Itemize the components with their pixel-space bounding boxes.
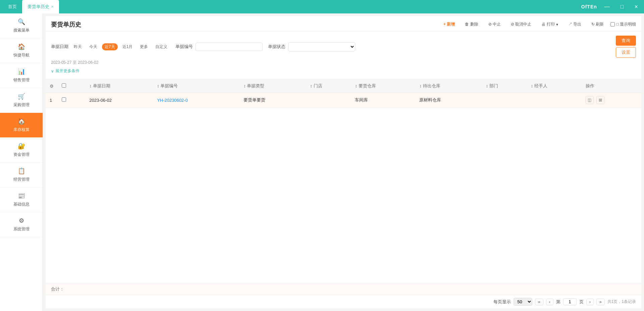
close-tab-icon[interactable]: × (51, 4, 54, 9)
status-filter-label: 单据状态 (268, 44, 285, 50)
docno-filter-group: 单据编号 (175, 43, 263, 51)
first-page-btn[interactable]: « (535, 299, 543, 305)
sys-mgmt-icon: ⚙ (19, 217, 24, 224)
table-footer: 合计： (46, 283, 641, 295)
finance-icon: 🔐 (18, 142, 25, 150)
settings-col-header[interactable]: ⚙ (46, 80, 58, 93)
doc-date-col-header[interactable]: ↕ 单据日期 (85, 80, 153, 93)
new-btn[interactable]: + 新增 (440, 20, 458, 29)
row-doc-date: 2023-06-02 (85, 93, 153, 108)
table-container: ⚙ ↕ 单据日期 ↕ 单据编号 ↕ (46, 80, 641, 283)
date-shortcut-custom[interactable]: 自定义 (153, 43, 170, 50)
row-handler (527, 93, 582, 108)
top-bar: 首页 要货单历史 × OfTEn — □ × (0, 0, 644, 13)
window-min-btn[interactable]: — (601, 2, 613, 11)
row-doc-no: YH-20230602-0 (153, 93, 239, 108)
refresh-btn[interactable]: ↻ 刷新 (588, 20, 607, 29)
sidebar-item-basic-info[interactable]: 📰 基础信息 (0, 187, 43, 212)
page-size-label: 每页显示 (493, 299, 511, 305)
toolbar: + 新增 🗑 删除 ⊘ 中止 ⊘ 取消中止 🖨 打印 ▾ (440, 20, 636, 29)
row-req-warehouse: 车间库 (351, 93, 415, 108)
window-close-btn[interactable]: × (631, 2, 641, 12)
footer-label: 合计： (51, 286, 64, 292)
purchase-icon: 🛒 (18, 93, 25, 100)
handler-col-header[interactable]: ↕ 经手人 (527, 80, 582, 93)
next-page-btn[interactable]: › (586, 299, 594, 305)
pagination-bar: 每页显示 50 10 20 100 « ‹ 第 页 › » 共1页，1条记录 (46, 295, 641, 308)
content-area: 要货单历史 + 新增 🗑 删除 ⊘ 中止 ⊘ 取消中止 🖨 (43, 13, 644, 311)
row-store (306, 93, 351, 108)
date-range-display: 2023-05-27 至 2023-06-02 (51, 59, 98, 65)
row-actions: ◫ ⊞ (582, 93, 641, 108)
sales-icon: 📊 (18, 68, 25, 75)
tab-order-history[interactable]: 要货单历史 × (22, 0, 59, 13)
sidebar-item-inventory-calc[interactable]: 🏠 库存核算 (0, 113, 43, 138)
page-number-input[interactable] (563, 298, 577, 305)
doc-type-col-header[interactable]: ↕ 单据类型 (239, 80, 306, 93)
edit-action-icon[interactable]: ⊞ (596, 96, 604, 104)
sidebar-item-ops-mgmt[interactable]: 📋 经营管理 (0, 163, 43, 187)
date-shortcut-yesterday[interactable]: 昨天 (71, 43, 85, 50)
window-max-btn[interactable]: □ (617, 2, 627, 11)
print-btn[interactable]: 🖨 打印 ▾ (538, 20, 561, 29)
inventory-icon: 🏠 (18, 118, 25, 125)
show-detail-checkbox[interactable] (610, 22, 615, 27)
action-icons: ◫ ⊞ (586, 96, 637, 104)
show-detail-checkbox-label[interactable]: □ 显示明细 (610, 21, 636, 27)
sidebar-item-sys-mgmt[interactable]: ⚙ 系统管理 (0, 212, 43, 237)
status-select[interactable] (288, 42, 355, 51)
query-btn[interactable]: 查询 (616, 36, 636, 46)
doc-no-col-header[interactable]: ↕ 单据编号 (153, 80, 239, 93)
prev-page-btn[interactable]: ‹ (546, 299, 553, 305)
dept-col-header[interactable]: ↕ 部门 (482, 80, 527, 93)
view-action-icon[interactable]: ◫ (586, 96, 594, 104)
search-menu-icon: 🔍 (18, 18, 25, 26)
data-table: ⚙ ↕ 单据日期 ↕ 单据编号 ↕ (46, 80, 641, 108)
date-shortcut-more[interactable]: 更多 (137, 43, 151, 50)
sidebar-item-search-menu[interactable]: 🔍 搜索菜单 (0, 13, 43, 38)
row-checkbox[interactable] (62, 97, 66, 102)
export-btn[interactable]: ↗ 导出 (565, 20, 585, 29)
sidebar-item-sales-mgmt[interactable]: 📊 销售管理 (0, 63, 43, 88)
docno-filter-label: 单据编号 (175, 44, 193, 50)
store-col-header[interactable]: ↕ 门店 (306, 80, 351, 93)
sidebar-item-quick-nav[interactable]: 🏠 快捷导航 (0, 38, 43, 63)
ops-icon: 📋 (18, 167, 25, 175)
table-row: 1 2023-06-02 YH-20230602-0 要货单要货 车间库 原材料… (46, 93, 641, 108)
date-shortcut-1month[interactable]: 近1月 (120, 43, 136, 50)
date-filter-group: 单据日期 昨天 今天 近7天 近1月 更多 自定义 (51, 43, 170, 50)
select-all-checkbox[interactable] (62, 83, 66, 88)
total-info: 共1页，1条记录 (607, 299, 636, 305)
settings-btn[interactable]: 设置 (616, 47, 636, 58)
date-shortcut-7days[interactable]: 近7天 (102, 43, 118, 50)
req-warehouse-col-header[interactable]: ↕ 要货仓库 (351, 80, 415, 93)
checkbox-col-header (58, 80, 85, 93)
expand-more-btn[interactable]: ∨ 展开更多条件 (51, 67, 636, 75)
row-index: 1 (46, 93, 58, 108)
ops-col-header: 操作 (582, 80, 641, 93)
top-bar-right: OfTEn — □ × (581, 2, 641, 12)
row-checkbox-cell (58, 93, 85, 108)
cancel-stop-btn[interactable]: ⊘ 取消中止 (507, 20, 535, 29)
last-page-btn[interactable]: » (596, 299, 605, 305)
page-container: 要货单历史 + 新增 🗑 删除 ⊘ 中止 ⊘ 取消中止 🖨 (46, 16, 641, 308)
page-title: 要货单历史 (51, 20, 81, 29)
page-size-select[interactable]: 50 10 20 100 (514, 298, 532, 306)
page-input-label: 第 (556, 299, 560, 305)
stop-btn[interactable]: ⊘ 中止 (485, 20, 504, 29)
tab-home[interactable]: 首页 (3, 0, 22, 13)
date-shortcuts: 昨天 今天 近7天 近1月 更多 自定义 (71, 43, 170, 50)
tab-list: 首页 要货单历史 × (3, 0, 581, 13)
docno-input[interactable] (196, 43, 263, 51)
delete-btn[interactable]: 🗑 删除 (462, 20, 481, 29)
filter-actions: 查询 设置 (616, 36, 636, 58)
row-dept (482, 93, 527, 108)
status-filter-group: 单据状态 (268, 42, 355, 51)
row-pend-warehouse: 原材料仓库 (415, 93, 482, 108)
sidebar-item-finance-mgmt[interactable]: 🔐 资金管理 (0, 138, 43, 163)
brand-text: OfTEn (581, 4, 597, 9)
sidebar-item-purchase-mgmt[interactable]: 🛒 采购管理 (0, 88, 43, 113)
doc-no-link[interactable]: YH-20230602-0 (157, 98, 188, 103)
date-shortcut-today[interactable]: 今天 (87, 43, 100, 50)
pend-warehouse-col-header[interactable]: ↕ 待出仓库 (415, 80, 482, 93)
